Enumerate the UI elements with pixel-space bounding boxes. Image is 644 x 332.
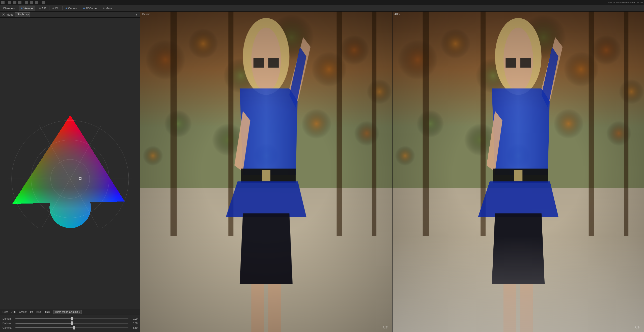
tab-ab[interactable]: A/B [37, 6, 48, 11]
luma-mode-label: Luma mode [55, 311, 68, 313]
tab-ab-label: A/B [42, 7, 46, 10]
gamma-track[interactable] [15, 327, 128, 328]
tab-channels[interactable]: Channels [1, 6, 17, 11]
tab-mask-dot [103, 8, 104, 9]
top-toolbar: SEC H 245 V 0% 0% S 0R 0% 0% [0, 0, 644, 5]
red-value: 24% [11, 311, 16, 313]
sliders-section: Lighten 100 Darken 100 Gamma [0, 315, 140, 332]
gamma-value: 2.40 [130, 326, 137, 329]
lighten-track[interactable] [15, 318, 128, 319]
tool-icon-2[interactable] [30, 1, 33, 4]
lighten-row: Lighten 100 [3, 316, 137, 321]
blue-label: Blue: [36, 311, 42, 313]
tab-cl-dot [52, 8, 54, 9]
tab-curves[interactable]: Curves [64, 6, 79, 11]
tab-channels-label: Channels [3, 7, 15, 10]
darken-label: Darken [3, 322, 14, 325]
blue-value: 80% [45, 311, 50, 313]
before-after-row: Before CP After CP [140, 12, 644, 332]
lighten-label: Lighten [3, 317, 14, 320]
panel-collapse-arrow[interactable]: ▼ [135, 13, 138, 16]
tab-volume[interactable]: Volume [19, 6, 35, 11]
tab-2dcurve-dot [83, 8, 85, 9]
mode-bar: Mode Single Multi ▼ [0, 12, 140, 18]
after-image [393, 12, 644, 332]
darken-value: 100 [130, 322, 137, 325]
tab-bar: Channels Volume A/B C/L Curves 2DCurve M… [0, 5, 644, 12]
coord-display: SEC H 245 V 0% 0% S 0R 0% 0% [608, 1, 643, 4]
luma-mode-value: Gamma [69, 311, 78, 313]
gamma-label: Gamma [3, 326, 14, 329]
info-bar: Red: 24% Green: 1% Blue: 80% Luma mode G… [0, 309, 140, 315]
tab-cl[interactable]: C/L [50, 6, 61, 11]
before-label: Before [142, 13, 150, 16]
after-panel: After CP [393, 12, 644, 332]
green-label: Green: [19, 311, 27, 313]
color-wheel-container[interactable] [0, 18, 140, 309]
cursor-icon[interactable] [1, 1, 5, 4]
move-icon[interactable] [8, 1, 11, 4]
tab-mask-label: Mask [105, 7, 112, 10]
tool-icon-3[interactable] [35, 1, 38, 4]
green-value: 1% [30, 311, 33, 313]
tab-curves-dot [66, 8, 67, 9]
select-icon[interactable] [13, 1, 16, 4]
tab-2dcurve-label: 2DCurve [86, 7, 97, 10]
darken-track[interactable] [15, 323, 128, 324]
mode-label: Mode [7, 13, 14, 16]
tab-cl-label: C/L [55, 7, 59, 10]
tab-ab-dot [39, 8, 41, 9]
tab-volume-label: Volume [23, 7, 33, 10]
crop-icon[interactable] [18, 1, 21, 4]
before-watermark: CP [383, 325, 388, 329]
settings-icon[interactable] [42, 1, 45, 4]
tab-mask[interactable]: Mask [101, 6, 114, 11]
tool-icon-1[interactable] [25, 1, 28, 4]
tab-volume-dot [21, 8, 22, 9]
after-label: After [395, 13, 400, 16]
tab-curves-label: Curves [68, 7, 77, 10]
lighten-value: 100 [130, 317, 137, 320]
after-watermark: CP [635, 325, 640, 329]
mode-radio[interactable] [2, 13, 5, 16]
color-wheel-canvas[interactable] [6, 99, 134, 228]
before-panel: Before CP [140, 12, 392, 332]
main-area: Mode Single Multi ▼ Red: 24% Green: 1% B… [0, 12, 644, 332]
luma-dropdown-icon: ▾ [79, 311, 80, 313]
darken-row: Darken 100 [3, 321, 137, 325]
luma-mode-button[interactable]: Luma mode Gamma ▾ [53, 310, 82, 314]
left-panel: Mode Single Multi ▼ Red: 24% Green: 1% B… [0, 12, 140, 332]
red-label: Red: [3, 311, 8, 313]
right-panels: Before CP After CP [140, 12, 644, 332]
before-image [140, 12, 392, 332]
gamma-row: Gamma 2.40 [3, 325, 137, 330]
mode-select[interactable]: Single Multi [15, 12, 30, 17]
tab-2dcurve[interactable]: 2DCurve [81, 6, 99, 11]
